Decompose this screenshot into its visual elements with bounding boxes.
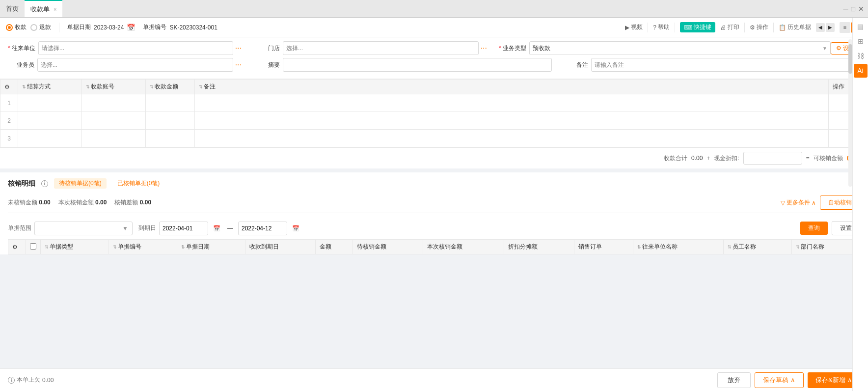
- date-to-input[interactable]: [238, 222, 287, 235]
- video-label: 视频: [631, 23, 643, 31]
- business-type-field: 业务类型 预收款 ▼: [499, 41, 831, 55]
- select-all-checkbox[interactable]: [30, 243, 36, 250]
- video-icon: ▶: [625, 24, 629, 31]
- counterparty-input[interactable]: [38, 41, 233, 55]
- shortcut-label: 快捷键: [694, 23, 711, 31]
- verify-header: 核销明细 ℹ 待核销单据(0笔) 已核销单据(0笔): [8, 178, 860, 189]
- bth-gear[interactable]: ⚙: [8, 240, 26, 254]
- help-btn[interactable]: ? 帮助: [653, 23, 670, 31]
- range-select-arrow: ▼: [122, 225, 128, 232]
- td-row-2-remark[interactable]: [195, 112, 829, 130]
- calendar-icon[interactable]: 📅: [127, 24, 135, 31]
- operations-btn[interactable]: ⚙ 操作: [750, 23, 768, 31]
- td-row-3-amount[interactable]: [146, 130, 195, 147]
- main-content: 往来单位 ··· 门店 ··· 业务类型 预收款 ▼ ⚙ 设置: [0, 37, 868, 368]
- history-btn[interactable]: 📋 历史单据: [779, 23, 811, 31]
- remark-input[interactable]: [591, 58, 860, 72]
- window-max-btn[interactable]: □: [851, 5, 855, 13]
- bth-counterparty: ⇅往来单位名称: [633, 240, 724, 254]
- td-row-1-settle[interactable]: [18, 94, 82, 112]
- toolbar: 收款 退款 单据日期 2023-03-24 📅 单据编号 SK-20230324…: [0, 18, 868, 37]
- tab-close-icon[interactable]: ×: [54, 6, 56, 12]
- abandon-btn[interactable]: 放弃: [717, 372, 751, 388]
- nav-next[interactable]: ▶: [826, 23, 835, 32]
- staff-more-btn[interactable]: ···: [233, 60, 244, 69]
- print-icon: 🖨: [720, 24, 726, 31]
- td-row-1-amount[interactable]: [146, 94, 195, 112]
- td-row-3-account[interactable]: [82, 130, 146, 147]
- th-account-label: 收款账号: [91, 83, 114, 90]
- video-btn[interactable]: ▶ 视频: [625, 23, 643, 31]
- more-conditions-btn[interactable]: ▽ 更多条件 ∧: [781, 198, 816, 207]
- cal-to-icon[interactable]: 📅: [290, 225, 301, 232]
- query-btn[interactable]: 查询: [800, 222, 828, 235]
- diff-label: 核销差额: [114, 199, 138, 206]
- date-dash: —: [225, 225, 235, 232]
- window-min-btn[interactable]: ─: [843, 5, 848, 13]
- discount-label: 现金折扣:: [714, 154, 739, 163]
- save-draft-btn[interactable]: 保存草稿 ∧: [755, 372, 804, 388]
- counterparty-field: 往来单位 ···: [8, 41, 244, 55]
- tab-current[interactable]: 收款单 ×: [25, 0, 62, 17]
- bottom-table: ⚙ ⇅单据类型 ⇅单据编号 ⇅单据日期 收款到期日 金额 待核销金额 本次核销金…: [8, 239, 860, 254]
- cal-from-icon[interactable]: 📅: [211, 225, 222, 232]
- window-close-btn[interactable]: ✕: [858, 5, 864, 13]
- store-input[interactable]: [283, 41, 479, 55]
- store-more-btn[interactable]: ···: [479, 44, 489, 53]
- radio-group: 收款 退款: [6, 23, 51, 31]
- bth-type-label: 单据类型: [50, 243, 73, 250]
- nav-prev[interactable]: ◀: [816, 23, 825, 32]
- gear-icon: ⚙: [4, 84, 10, 90]
- discount-input[interactable]: [743, 152, 802, 165]
- td-row-1-remark[interactable]: [195, 94, 829, 112]
- total-value: 0.00: [691, 155, 703, 162]
- radio-refund[interactable]: 退款: [30, 23, 51, 31]
- sidebar-link-icon[interactable]: ⛓: [854, 49, 868, 63]
- td-row-3-remark[interactable]: [195, 130, 829, 147]
- toolbar-divider-1: [59, 23, 59, 32]
- td-row-2-amount[interactable]: [146, 112, 195, 130]
- summary-input[interactable]: [283, 58, 552, 72]
- range-select[interactable]: ▼: [34, 222, 133, 235]
- date-from-input[interactable]: [159, 222, 208, 235]
- td-row-1-account[interactable]: [82, 94, 146, 112]
- tab-current-label: 收款单: [30, 5, 50, 14]
- tab-done[interactable]: 已核销单据(0笔): [112, 178, 165, 189]
- td-row-2-account[interactable]: [82, 112, 146, 130]
- toolbar-divider-3: [675, 23, 675, 32]
- sidebar-grid-icon[interactable]: ⊞: [854, 34, 868, 48]
- bth-gear-icon: ⚙: [12, 244, 18, 251]
- sidebar-ai-icon[interactable]: Ai: [854, 64, 868, 78]
- bth-amount: 金额: [316, 240, 353, 254]
- more-conditions-label: 更多条件: [787, 198, 810, 207]
- business-type-select[interactable]: 预收款 ▼: [529, 41, 831, 55]
- scrollbar[interactable]: [848, 39, 852, 187]
- staff-field: 业务员 ···: [8, 58, 244, 72]
- number-value: SK-20230324-001: [169, 24, 217, 31]
- counterparty-more-btn[interactable]: ···: [233, 44, 244, 53]
- bth-type: ⇅单据类型: [41, 240, 109, 254]
- tab-pending[interactable]: 待核销单据(0笔): [54, 178, 107, 189]
- verify-info-icon[interactable]: ℹ: [41, 180, 48, 187]
- bth-pending-label: 待核销金额: [357, 243, 386, 250]
- staff-label: 业务员: [8, 61, 37, 69]
- scrollbar-thumb[interactable]: [848, 44, 852, 74]
- print-btn[interactable]: 🖨 打印: [720, 23, 739, 31]
- staff-input[interactable]: [37, 58, 233, 72]
- sidebar-table-icon[interactable]: ▤: [854, 20, 868, 33]
- bth-date-label: 单据日期: [186, 243, 210, 250]
- print-label: 打印: [728, 23, 739, 31]
- th-amount-label: 收款金额: [155, 83, 178, 90]
- this-verify-label: 本次核销金额: [58, 199, 94, 206]
- tab-home[interactable]: 首页: [0, 0, 25, 17]
- th-gear[interactable]: ⚙: [0, 80, 18, 94]
- number-field: 单据编号 SK-20230324-001: [143, 23, 217, 31]
- layout-list-btn[interactable]: ≡: [840, 22, 850, 33]
- radio-receive[interactable]: 收款: [6, 23, 27, 31]
- toolbar-right: ▶ 视频 ? 帮助 ⌨ 快捷键 🖨 打印 ⚙ 操作 📋 历史单据 ◀ ▶: [625, 22, 862, 33]
- counterparty-label: 往来单位: [8, 44, 38, 53]
- td-row-2-settle[interactable]: [18, 112, 82, 130]
- td-row-3-settle[interactable]: [18, 130, 82, 147]
- shortcut-btn[interactable]: ⌨ 快捷键: [680, 22, 715, 32]
- equals-sign: =: [806, 155, 810, 162]
